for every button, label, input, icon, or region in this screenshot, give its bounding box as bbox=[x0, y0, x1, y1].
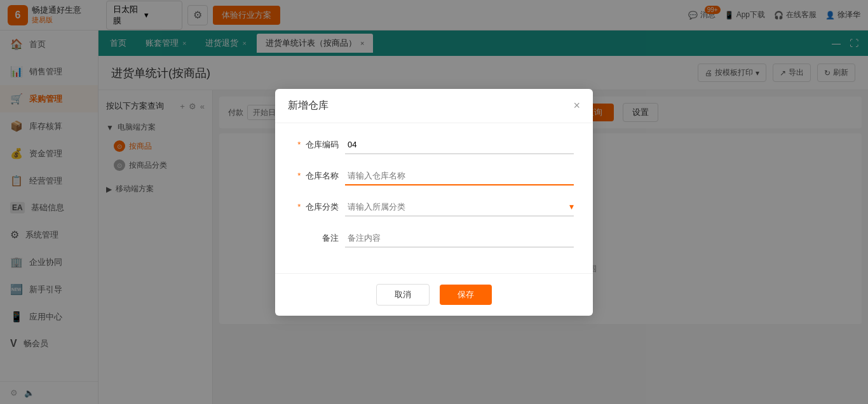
category-arrow-icon[interactable]: ▾ bbox=[569, 201, 574, 212]
cancel-button[interactable]: 取消 bbox=[376, 284, 430, 306]
category-input[interactable] bbox=[345, 198, 569, 215]
save-button[interactable]: 保存 bbox=[440, 285, 492, 305]
category-row: * 仓库分类 ▾ bbox=[294, 198, 574, 217]
category-select-wrapper: ▾ bbox=[345, 198, 574, 217]
modal-title: 新增仓库 bbox=[288, 99, 329, 112]
name-row: * 仓库名称 bbox=[294, 167, 574, 185]
notes-label: 备注 bbox=[294, 232, 339, 244]
notes-row: 备注 bbox=[294, 229, 574, 248]
code-required-star: * bbox=[297, 140, 301, 149]
name-required-star: * bbox=[297, 171, 301, 180]
modal-header: 新增仓库 × bbox=[275, 89, 593, 123]
category-required-star: * bbox=[297, 202, 301, 212]
modal-overlay[interactable]: 新增仓库 × * 仓库编码 * 仓库名称 bbox=[0, 0, 868, 404]
modal-close-button[interactable]: × bbox=[573, 99, 580, 112]
notes-input[interactable] bbox=[345, 229, 574, 248]
modal-body: * 仓库编码 * 仓库名称 * 仓库分类 bbox=[275, 123, 593, 273]
name-input[interactable] bbox=[345, 167, 574, 185]
code-input[interactable] bbox=[345, 136, 574, 154]
category-label: * 仓库分类 bbox=[294, 201, 339, 213]
modal-footer: 取消 保存 bbox=[275, 273, 593, 316]
name-label: * 仓库名称 bbox=[294, 170, 339, 182]
add-warehouse-modal: 新增仓库 × * 仓库编码 * 仓库名称 bbox=[275, 89, 593, 316]
code-label: * 仓库编码 bbox=[294, 139, 339, 151]
code-row: * 仓库编码 bbox=[294, 136, 574, 154]
